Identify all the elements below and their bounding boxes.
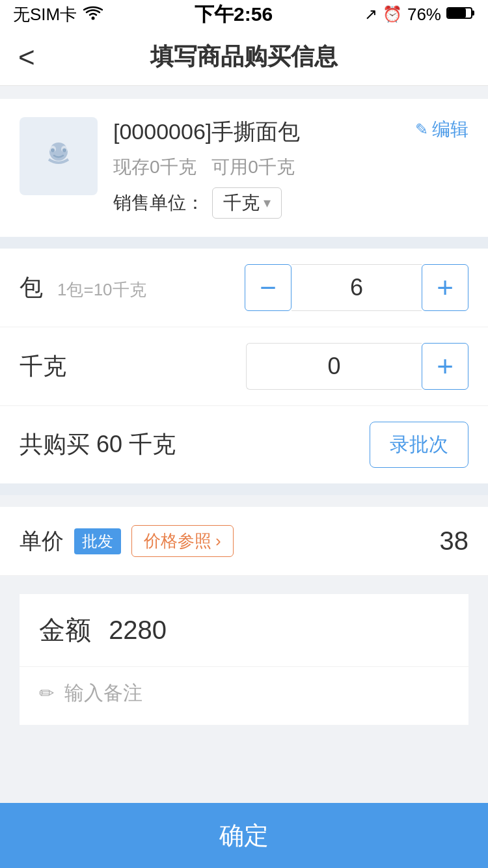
unit-value: 千克 xyxy=(223,191,260,215)
pifa-badge: 批发 xyxy=(74,528,121,554)
status-bar: 无SIM卡 下午2:56 ↗ ⏰ 76% xyxy=(0,0,488,29)
separator-1 xyxy=(0,237,488,249)
carrier-label: 无SIM卡 xyxy=(13,3,77,26)
svg-point-7 xyxy=(51,148,55,152)
status-left: 无SIM卡 xyxy=(13,3,103,26)
kg-label: 千克 xyxy=(20,351,246,383)
quantity-section: 包 1包=10千克 − + 千克 + xyxy=(0,249,488,406)
bao-sublabel: 1包=10千克 xyxy=(57,280,146,299)
kg-row: 千克 + xyxy=(0,327,488,406)
note-row[interactable]: ✏ 输入备注 xyxy=(20,666,468,725)
price-row: 单价 批发 价格参照 › 38 xyxy=(0,507,488,576)
nav-bar: < 填写商品购买信息 xyxy=(0,29,488,86)
batch-button[interactable]: 录批次 xyxy=(370,422,468,468)
product-stock: 现存0千克 可用0千克 xyxy=(113,155,468,180)
bao-label-text: 包 xyxy=(20,274,43,301)
page: 无SIM卡 下午2:56 ↗ ⏰ 76% xyxy=(0,0,488,868)
confirm-label: 确定 xyxy=(219,819,269,852)
edit-button[interactable]: ✎ 编辑 xyxy=(415,117,468,142)
amount-label: 金额 xyxy=(39,616,91,644)
kg-quantity-control: + xyxy=(246,343,468,390)
svg-point-0 xyxy=(92,16,95,20)
price-ref-label: 价格参照 xyxy=(144,530,211,552)
kg-quantity-input[interactable] xyxy=(246,343,422,390)
amount-value: 2280 xyxy=(109,616,167,644)
dropdown-arrow-icon: ▾ xyxy=(264,195,271,211)
bao-minus-button[interactable]: − xyxy=(245,264,291,311)
price-left: 单价 批发 价格参照 › xyxy=(20,525,234,557)
svg-rect-3 xyxy=(448,8,466,18)
back-button[interactable]: < xyxy=(18,41,35,74)
bao-label: 包 1包=10千克 xyxy=(20,272,245,304)
product-image-icon xyxy=(36,133,81,179)
status-right: ↗ ⏰ 76% xyxy=(364,5,475,25)
amount-row: 金额 2280 xyxy=(20,594,468,666)
total-row: 共购买 60 千克 录批次 xyxy=(0,406,488,483)
separator-2 xyxy=(0,483,488,495)
kg-plus-button[interactable]: + xyxy=(422,343,468,390)
edit-label: 编辑 xyxy=(432,117,468,142)
confirm-button[interactable]: 确定 xyxy=(0,803,488,868)
bao-plus-button[interactable]: + xyxy=(422,264,468,311)
amount-section: 金额 2280 ✏ 输入备注 xyxy=(0,576,488,725)
price-value: 38 xyxy=(440,526,469,556)
price-label: 单价 xyxy=(20,526,64,556)
page-title: 填写商品购买信息 xyxy=(150,41,338,73)
bao-quantity-input[interactable] xyxy=(291,264,422,311)
note-icon: ✏ xyxy=(39,683,54,704)
price-section: 单价 批发 价格参照 › 38 xyxy=(0,507,488,576)
battery-icon xyxy=(446,5,475,25)
alarm-icon: ⏰ xyxy=(383,5,402,23)
bao-row: 包 1包=10千克 − + xyxy=(0,249,488,327)
unit-dropdown[interactable]: 千克 ▾ xyxy=(212,187,282,219)
product-unit-row: 销售单位： 千克 ▾ xyxy=(113,187,468,219)
status-time: 下午2:56 xyxy=(195,1,273,28)
product-card: [0000006]手撕面包 现存0千克 可用0千克 销售单位： 千克 ▾ ✎ 编… xyxy=(0,99,488,237)
price-ref-button[interactable]: 价格参照 › xyxy=(131,525,234,557)
edit-icon: ✎ xyxy=(415,120,428,139)
bao-quantity-control: − + xyxy=(245,264,468,311)
product-image xyxy=(20,117,98,195)
available-value: 可用0千克 xyxy=(211,157,295,177)
svg-rect-2 xyxy=(472,10,474,16)
unit-label: 销售单位： xyxy=(113,191,204,215)
location-icon: ↗ xyxy=(364,5,377,23)
total-text: 共购买 60 千克 xyxy=(20,429,176,461)
battery-label: 76% xyxy=(407,5,441,25)
svg-point-8 xyxy=(62,148,66,152)
wifi-icon xyxy=(83,5,103,25)
note-placeholder: 输入备注 xyxy=(64,680,142,707)
price-ref-arrow-icon: › xyxy=(215,531,221,551)
stock-value: 现存0千克 xyxy=(113,157,197,177)
